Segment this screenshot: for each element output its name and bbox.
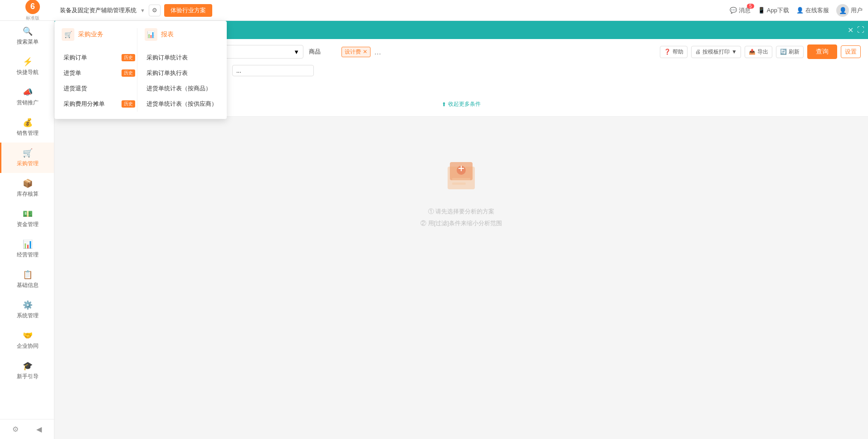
salesman-dots: ... [236,67,241,74]
goods-tag-close[interactable]: ✕ [363,49,367,55]
print-label: 按模板打印 [702,48,730,56]
collapse-label: 收起更多条件 [448,100,481,108]
sidebar-item-basic-info[interactable]: 📋 基础信息 [0,264,54,295]
sidebar-item-quick-nav[interactable]: ⚡ 快捷导航 [0,51,54,82]
avatar: 👤 [836,4,849,17]
gear-button[interactable]: ⚙ [149,5,161,16]
sidebar-label-quicknav: 快捷导航 [17,69,39,76]
system-dropdown-arrow[interactable]: ▼ [140,8,145,13]
sidebar: 🔍 搜索菜单 ⚡ 快捷导航 📣 营销推广 💰 销售管理 🛒 采购管理 📦 库存核… [0,21,54,439]
sales-icon: 💰 [23,118,33,128]
sidebar-item-operations[interactable]: 📊 经营管理 [0,234,54,264]
logo-subtitle: 标准版 [26,15,39,21]
lightning-icon: ⚡ [23,57,33,67]
notification-button[interactable]: 💬 消息 5 [730,6,751,15]
print-dropdown-arrow: ▼ [731,49,737,55]
tab-bar-right: ✕ ⛶ [848,21,864,39]
newbie-icon: 🎓 [23,361,33,371]
help-button[interactable]: ❓ 帮助 [660,46,688,58]
purchase-order-label: 采购订单 [63,54,87,62]
purchase-order-item[interactable]: 采购订单 历史 [62,50,137,65]
empty-illustration [439,153,484,198]
goods-tag: 设计费 ✕ [341,47,371,57]
sidebar-item-newbie[interactable]: 🎓 新手引导 [0,355,54,386]
stock-stats-supplier-label: 进货单统计表（按供应商） [146,100,217,108]
sidebar-item-system[interactable]: ⚙️ 系统管理 [0,295,54,325]
sidebar-label-newbie: 新手引导 [17,373,39,380]
system-icon: ⚙️ [23,300,33,310]
settings-footer-button[interactable]: ⚙ [12,425,19,434]
purchase-business-header: 🛒 采购业务 [62,28,137,44]
salesman-filter[interactable]: ... [232,65,314,76]
app-download-button[interactable]: 📱 App下载 [758,6,789,15]
tab-expand-icon[interactable]: ⛶ [857,26,864,34]
app-download-label: App下载 [767,6,789,15]
purchase-business-icon: 🛒 [62,28,74,41]
goods-filter-area: 设计费 ✕ ... [341,47,383,57]
search-icon: 🔍 [23,26,33,36]
help-icon: ❓ [664,49,671,55]
stock-stats-goods-item[interactable]: 进货单统计表（按商品） [145,81,220,96]
header-right: 💬 消息 5 📱 App下载 👤 在线客服 👤 用户 [730,4,863,17]
export-button[interactable]: 📤 导出 [745,46,772,58]
goods-label: 商品 [309,48,336,56]
sidebar-item-finance[interactable]: 💵 资金管理 [0,203,54,234]
sidebar-item-search-menu[interactable]: 🔍 搜索菜单 [0,21,54,51]
sidebar-item-purchase[interactable]: 🛒 采购管理 [0,143,54,173]
reports-title: 报表 [161,30,174,39]
sidebar-label-inventory: 库存核算 [17,190,39,198]
goods-tag-value: 设计费 [345,48,361,56]
sidebar-item-marketing[interactable]: 📣 营销推广 [0,82,54,112]
empty-hint-1-icon: ① [428,208,434,215]
sidebar-label-sales: 销售管理 [17,129,39,137]
marketing-icon: 📣 [23,87,33,97]
online-service-label: 在线客服 [805,6,829,15]
query-button[interactable]: 查询 [807,44,837,59]
toolbar-right: ❓ 帮助 🖨 按模板打印 ▼ 📤 导出 🔄 [660,44,861,59]
reports-header: 📊 报表 [145,28,220,44]
stock-stats-supplier-item[interactable]: 进货单统计表（按供应商） [145,96,220,112]
sidebar-item-inventory[interactable]: 📦 库存核算 [0,173,54,203]
reports-icon: 📊 [145,28,157,41]
goods-more-button[interactable]: ... [372,47,383,57]
svg-rect-5 [452,178,470,180]
user-profile-button[interactable]: 👤 用户 [836,4,863,17]
stock-return-label: 进货退货 [63,84,87,93]
export-icon: 📤 [749,49,756,55]
industry-solution-button[interactable]: 体验行业方案 [164,4,212,17]
purchase-expense-item[interactable]: 采购费用分摊单 历史 [62,96,137,112]
settings-button[interactable]: 设置 [841,45,861,58]
stock-stats-goods-label: 进货单统计表（按商品） [146,84,211,93]
sidebar-item-enterprise[interactable]: 🤝 企业协同 [0,325,54,355]
notification-badge: 5 [747,4,754,9]
basic-info-icon: 📋 [23,270,33,280]
content-area: 首页 销售排行榜 ✕ ✕ ⛶ 近7天 更多 自定义 [54,21,868,439]
purchase-order-stats-item[interactable]: 采购订单统计表 [145,50,220,65]
purchase-expense-label: 采购费用分摊单 [63,100,105,108]
sidebar-label-purchase: 采购管理 [17,160,39,168]
purchase-order-exec-item[interactable]: 采购订单执行表 [145,65,220,81]
empty-hint-2-icon: ② [420,220,426,227]
collapse-sidebar-button[interactable]: ◀ [36,425,42,434]
export-label: 导出 [757,48,768,56]
sidebar-label-operations: 经营管理 [17,251,39,259]
purchase-dropdown-menu: 🛒 采购业务 采购订单 历史 进货单 历史 进货退货 采购费用分摊单 历史 [54,21,227,119]
stock-return-item[interactable]: 进货退货 [62,81,137,96]
print-button[interactable]: 🖨 按模板打印 ▼ [691,46,741,58]
operations-icon: 📊 [23,239,33,249]
empty-hint-2: ② 用[过滤]条件来缩小分析范围 [420,217,502,229]
tab-close-window-icon[interactable]: ✕ [848,26,853,35]
refresh-button[interactable]: 🔄 刷新 [776,46,804,58]
empty-hint-1-text: 请先选择要分析的方案 [435,208,494,215]
empty-hint-1: ① 请先选择要分析的方案 [428,206,495,217]
user-label: 用户 [851,6,863,15]
purchase-icon: 🛒 [23,148,33,158]
refresh-label: 刷新 [789,48,800,56]
empty-state: ① 请先选择要分析的方案 ② 用[过滤]条件来缩小分析范围 [54,117,868,266]
stock-in-item[interactable]: 进货单 历史 [62,65,137,81]
sidebar-item-sales[interactable]: 💰 销售管理 [0,112,54,143]
sidebar-footer: ⚙ ◀ [0,419,54,439]
sidebar-label-search: 搜索菜单 [17,38,39,46]
online-service-button[interactable]: 👤 在线客服 [796,6,829,15]
logo-area: 6 标准版 [5,0,60,21]
